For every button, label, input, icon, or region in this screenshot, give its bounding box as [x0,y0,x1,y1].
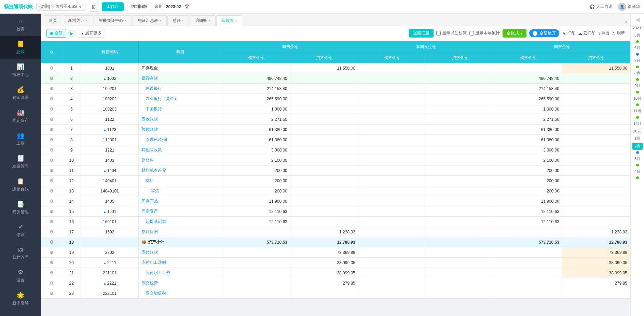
month-6[interactable]: 6月 [634,44,641,52]
subject-link[interactable]: 累计折旧 [141,229,158,234]
month-4[interactable]: 4月 [634,168,641,175]
subject-link[interactable]: 应付职工薪酬 [141,260,166,265]
expand-button[interactable]: ▾ 展开更多 [78,29,105,38]
row-subject[interactable]: 其他应收款 [138,145,222,155]
row-subject[interactable]: 预付账款 [138,125,222,135]
subject-link[interactable]: 零蛋 [151,188,159,193]
tab-home[interactable]: 首页 [44,15,62,26]
month-10[interactable]: 10月 [633,95,642,102]
row-settings[interactable]: ⚙ [41,206,62,217]
row-subject[interactable]: 应交增值税 [138,288,222,299]
row-settings[interactable]: ⚙ [41,155,62,166]
company-selector[interactable]: (勿删) 江西股圣-LSS ▼ [36,3,85,11]
row-subject[interactable]: 材料 [138,176,222,186]
row-subject[interactable]: 累计折旧 [138,227,222,237]
tab-close-smart-voucher[interactable]: × [125,19,127,23]
tab-detail[interactable]: 明细账 × [190,15,216,26]
row-subject[interactable]: 银行存款 [138,73,222,84]
subject-link[interactable]: 应付职工工资 [146,270,170,275]
tab-close-voucher-summary[interactable]: × [160,19,162,23]
row-subject[interactable]: 建设银行 [138,84,222,94]
switch-version-button[interactable]: 切到旧版 [127,2,151,11]
row-subject[interactable]: 中国银行 [138,104,222,114]
sidebar-item-settings[interactable]: ⚙ 设置 [0,264,41,287]
row-settings[interactable]: ⚙ [41,196,62,206]
subject-link[interactable]: 应交税费 [141,281,158,285]
month-5[interactable]: 5月 [634,32,641,39]
row-subject[interactable]: 应交税费 [138,278,222,288]
sidebar-item-ledger[interactable]: 📒 总账 [0,36,41,59]
subject-link[interactable]: 其他应收款 [141,147,162,152]
row-subject[interactable]: 应付职工薪酬 [138,258,222,268]
row-subject[interactable]: 材料成本差异 [138,166,222,176]
subject-link[interactable]: 预付账款 [141,127,158,132]
tab-voucher-summary[interactable]: 凭证汇总表 × [133,15,167,26]
month-3[interactable]: 3月 [634,155,641,162]
row-settings[interactable]: ⚙ [41,268,62,278]
sidebar-item-home[interactable]: ⌂ 首页 [0,14,41,36]
month-2[interactable]: 2月 [632,143,643,150]
return-old-button[interactable]: 退回旧版 [409,29,434,38]
row-subject[interactable]: 库存商品 [138,196,222,206]
month-9[interactable]: 9月 [634,82,641,89]
sidebar-item-member[interactable]: ◇ 畅会员 [0,310,41,316]
subject-link[interactable]: 农业银行（黄金） [146,96,178,101]
row-settings[interactable]: ⚙ [41,288,62,299]
subject-link[interactable]: 建设银行 [146,86,162,91]
filter-nav-button[interactable]: ▶ [68,30,75,37]
row-subject[interactable]: 泰属EU公司 [138,135,222,145]
row-settings[interactable]: ⚙ [41,237,62,247]
row-settings[interactable]: ⚙ [41,125,62,135]
sidebar-item-capital[interactable]: 💰 资金管理 [0,82,41,105]
row-subject[interactable]: 零蛋 [138,186,222,196]
row-settings[interactable]: ⚙ [41,135,62,145]
row-settings[interactable]: ⚙ [41,278,62,288]
subject-link[interactable]: 应收账款 [141,117,158,121]
filter-all-button[interactable]: 全部 [46,29,66,38]
tab-close-new-voucher[interactable]: × [86,19,88,23]
sidebar-item-payroll[interactable]: 👥 工资 [0,128,41,150]
subject-link[interactable]: 应付账款 [141,250,158,255]
tab-smart-voucher[interactable]: 智能凭证中心 × [94,15,132,26]
subject-link[interactable]: 材料成本差异 [141,168,166,173]
tab-balance[interactable]: 余额表 × [216,15,242,26]
month-12[interactable]: 12月 [633,120,642,127]
row-settings[interactable]: ⚙ [41,63,62,73]
row-settings[interactable]: ⚙ [41,84,62,94]
row-subject[interactable]: 应付账款 [138,247,222,258]
workbench-button[interactable]: 工作台 [102,2,124,11]
close-all-tabs[interactable]: × [625,19,628,26]
subject-link[interactable]: 中国银行 [146,106,162,111]
subject-link[interactable]: 库存商品 [141,199,158,203]
export-button[interactable]: ↓ 导出 [598,30,609,36]
tab-close-detail[interactable]: × [208,19,210,23]
sidebar-item-invoice[interactable]: 🧾 发票管理 [0,150,41,173]
tab-new-voucher[interactable]: 新增凭证 × [63,15,93,26]
service-button[interactable]: 🎧 人工咨询 [590,4,613,10]
subject-link[interactable]: 应交增值税 [146,291,166,296]
show-auxiliary-checkbox[interactable]: 显示辅助核算 [436,30,467,36]
row-settings[interactable]: ⚙ [41,145,62,155]
subject-link[interactable]: 固定资产 [141,209,158,214]
refresh-button[interactable]: ↻ 刷新 [612,30,625,36]
sidebar-item-guide[interactable]: 🌟 新手引导 [0,287,41,310]
panel-collapse-icon[interactable]: ◀ [635,16,640,23]
row-settings[interactable]: ⚙ [41,104,62,114]
row-settings[interactable]: ⚙ [41,166,62,176]
calendar-icon[interactable]: 📅 [184,4,190,9]
format-button[interactable]: 全账式 ▾ [503,29,526,38]
user-menu[interactable]: 👤 徐泽华 [618,3,640,11]
tab-close-ledger[interactable]: × [182,19,184,23]
subject-link[interactable]: 银行存款 [141,76,158,81]
row-settings[interactable]: ⚙ [41,73,62,84]
row-settings[interactable]: ⚙ [41,176,62,186]
row-settings[interactable]: ⚙ [41,114,62,125]
row-settings[interactable]: ⚙ [41,247,62,258]
sidebar-item-purchase[interactable]: 📋 进销台账 [0,173,41,196]
month-11[interactable]: 11月 [633,107,642,115]
sidebar-item-fixed[interactable]: 🏭 固定资产 [0,105,41,128]
sidebar-item-tax[interactable]: 📑 税务管理 [0,196,41,219]
expand-all-toggle[interactable]: 全部展开 [529,29,559,37]
subject-link[interactable]: 起提基记本 [146,219,166,224]
show-ytd-checkbox[interactable]: 显示本年累计 [469,30,500,36]
